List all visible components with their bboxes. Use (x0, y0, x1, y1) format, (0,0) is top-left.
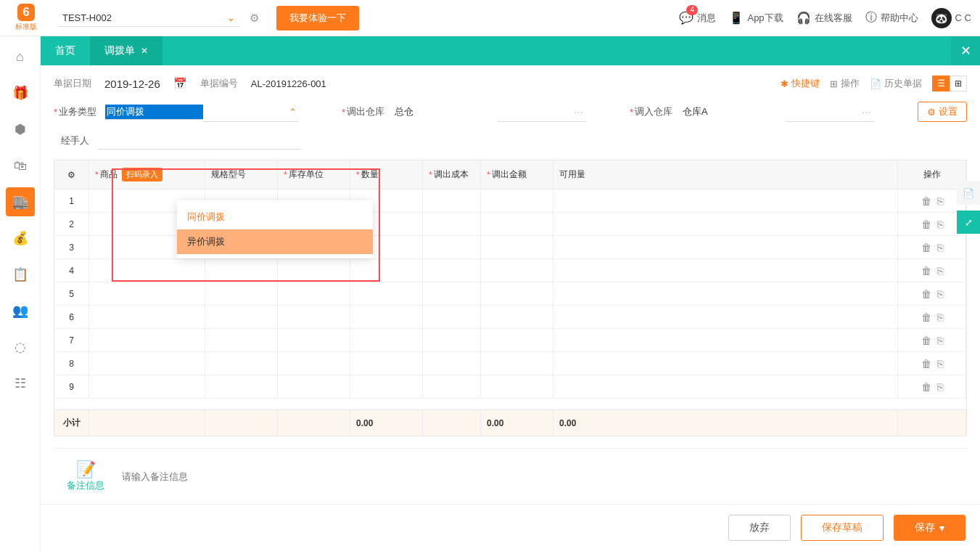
cell-unit[interactable] (278, 306, 350, 328)
field-handler[interactable]: 经手人 (54, 132, 300, 150)
calendar-icon[interactable]: 📅 (173, 77, 187, 90)
table-row[interactable]: 8🗑⎘ (54, 352, 966, 375)
cell-cost[interactable] (423, 259, 481, 282)
cell-avail[interactable] (553, 329, 898, 351)
copy-icon[interactable]: ⎘ (937, 265, 943, 277)
float-expand[interactable]: ⤢ (957, 211, 980, 234)
cell-cost[interactable] (423, 306, 481, 328)
cell-cost[interactable] (423, 189, 481, 212)
field-biz-type[interactable]: * 业务类型 同价调拨 ⌃ (54, 102, 298, 122)
more-icon[interactable]: ⋯ (574, 107, 585, 118)
cell-amount[interactable] (481, 213, 553, 235)
save-draft-button[interactable]: 保存草稿 (801, 515, 884, 541)
try-button[interactable]: 我要体验一下 (276, 6, 359, 30)
cell-cost[interactable] (423, 213, 481, 235)
table-row[interactable]: 7🗑⎘ (54, 329, 966, 352)
cell-spec[interactable] (205, 282, 278, 305)
sidebar-clipboard[interactable]: 📋 (6, 260, 35, 289)
delete-icon[interactable]: 🗑 (921, 335, 931, 346)
delete-icon[interactable]: 🗑 (921, 242, 931, 253)
cell-cost[interactable] (423, 375, 481, 398)
copy-icon[interactable]: ⎘ (937, 311, 943, 323)
table-row[interactable]: 9🗑⎘ (54, 375, 966, 399)
table-row[interactable]: 5🗑⎘ (54, 282, 966, 306)
delete-icon[interactable]: 🗑 (921, 265, 931, 277)
field-out-warehouse[interactable]: * 调出仓库 总仓 ⋯ (342, 102, 586, 122)
cell-qty[interactable] (350, 375, 423, 398)
cell-spec[interactable] (205, 375, 278, 398)
user-menu[interactable]: 🐼 C C (931, 8, 971, 28)
cell-avail[interactable] (553, 236, 898, 258)
sidebar-contacts[interactable]: 👥 (6, 296, 35, 325)
sidebar-home[interactable]: ⌂ (6, 42, 35, 71)
account-select[interactable]: TEST-H002 ⌄ (58, 9, 239, 27)
cell-spec[interactable] (205, 306, 278, 328)
copy-icon[interactable]: ⎘ (937, 288, 943, 300)
view-list[interactable]: ☰ (932, 75, 950, 91)
gear-icon[interactable]: ⚙ (250, 12, 259, 25)
cell-amount[interactable] (481, 259, 553, 282)
date-value[interactable]: 2019-12-26 (104, 78, 160, 90)
cell-cost[interactable] (423, 282, 481, 305)
cell-qty[interactable] (350, 329, 423, 351)
save-button[interactable]: 保存 ▾ (894, 515, 965, 541)
biz-type-value[interactable]: 同价调拨 (105, 105, 203, 120)
help-link[interactable]: ⓘ 帮助中心 (865, 10, 918, 25)
copy-icon[interactable]: ⎘ (937, 381, 943, 393)
cell-amount[interactable] (481, 189, 553, 212)
chevron-up-icon[interactable]: ⌃ (289, 107, 297, 118)
tab-home[interactable]: 首页 (41, 36, 90, 65)
close-icon[interactable]: ✕ (141, 46, 148, 56)
cell-product[interactable] (89, 352, 205, 375)
table-row[interactable]: 6🗑⎘ (54, 306, 966, 329)
sidebar-warehouse[interactable]: 🏬 (6, 187, 35, 216)
tabs-close-all[interactable]: ✕ (951, 36, 980, 65)
sidebar-bag[interactable]: 🛍 (6, 151, 35, 180)
sidebar-money[interactable]: 💰 (6, 224, 35, 253)
cell-avail[interactable] (553, 306, 898, 328)
cell-avail[interactable] (553, 282, 898, 305)
scan-badge[interactable]: 扫码录入 (122, 168, 162, 181)
delete-icon[interactable]: 🗑 (921, 219, 931, 230)
remark-input[interactable] (116, 465, 954, 488)
copy-icon[interactable]: ⎘ (937, 335, 943, 346)
float-note[interactable]: 📄 (957, 181, 980, 205)
cell-product[interactable] (89, 329, 205, 351)
history-link[interactable]: 📄 历史单据 (870, 77, 922, 90)
cell-amount[interactable] (481, 375, 553, 398)
cell-amount[interactable] (481, 352, 553, 375)
cell-unit[interactable] (278, 352, 350, 375)
cell-spec[interactable] (205, 259, 278, 282)
cell-qty[interactable] (350, 306, 423, 328)
table-row[interactable]: 4🗑⎘ (54, 259, 966, 282)
delete-icon[interactable]: 🗑 (921, 311, 931, 323)
cell-product[interactable] (89, 375, 205, 398)
app-download-link[interactable]: 📱 App下载 (729, 11, 783, 25)
messages-link[interactable]: 💬 4 消息 (679, 11, 716, 25)
cell-product[interactable] (89, 306, 205, 328)
delete-icon[interactable]: 🗑 (921, 358, 931, 370)
shortcut-link[interactable]: ✱ 快捷键 (781, 77, 820, 90)
cell-cost[interactable] (423, 236, 481, 258)
cell-amount[interactable] (481, 236, 553, 258)
copy-icon[interactable]: ⎘ (937, 242, 943, 253)
delete-icon[interactable]: 🗑 (921, 288, 931, 300)
in-wh-value[interactable]: 仓库A (681, 102, 786, 121)
copy-icon[interactable]: ⎘ (937, 195, 943, 207)
cell-avail[interactable] (553, 213, 898, 235)
cell-avail[interactable] (553, 259, 898, 282)
cell-avail[interactable] (553, 352, 898, 375)
cell-unit[interactable] (278, 259, 350, 282)
sidebar-shop[interactable]: ⬢ (6, 115, 35, 144)
cell-amount[interactable] (481, 306, 553, 328)
cell-qty[interactable] (350, 352, 423, 375)
delete-icon[interactable]: 🗑 (921, 381, 931, 393)
copy-icon[interactable]: ⎘ (937, 358, 943, 370)
delete-icon[interactable]: 🗑 (921, 195, 931, 207)
tab-transfer[interactable]: 调拨单 ✕ (90, 36, 162, 65)
settings-button[interactable]: ⚙ 设置 (918, 102, 967, 122)
ops-link[interactable]: ⊞ 操作 (830, 77, 860, 90)
discard-button[interactable]: 放弃 (728, 515, 791, 541)
handler-input[interactable] (98, 132, 300, 150)
cell-product[interactable] (89, 259, 205, 282)
